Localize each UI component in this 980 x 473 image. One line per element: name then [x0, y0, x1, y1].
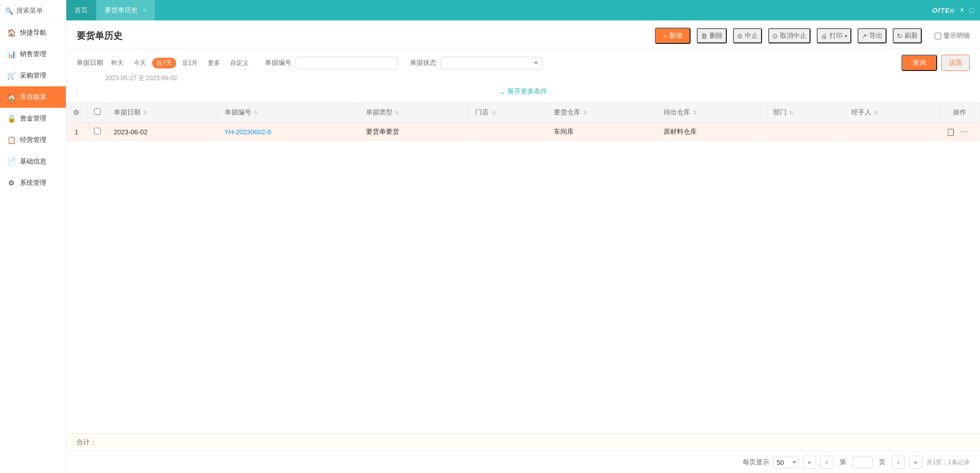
- sidebar-item-system[interactable]: ⚙ 系统管理: [0, 172, 66, 194]
- delete-label: 删除: [709, 31, 723, 40]
- sort-pending-warehouse-icon[interactable]: ⇅: [693, 110, 697, 115]
- first-page-btn[interactable]: «: [803, 456, 816, 469]
- stop-icon: ⊘: [737, 32, 743, 40]
- search-icon: 🔍: [5, 7, 13, 15]
- expand-more-btn[interactable]: ⌄ 展开更多条件: [77, 85, 970, 98]
- row-checkbox[interactable]: [94, 128, 101, 134]
- column-settings-icon[interactable]: ⚙: [73, 108, 80, 116]
- cancel-stop-button[interactable]: ⊙ 取消中止: [768, 28, 811, 43]
- th-order-no: 单据编号 ⇅: [218, 103, 359, 123]
- query-button[interactable]: 查询: [901, 55, 937, 71]
- td-actions: 📋 ⋯: [939, 123, 980, 141]
- settings-button[interactable]: 设置: [941, 55, 970, 71]
- tab-home-label: 首页: [75, 6, 88, 15]
- sidebar-item-basic-info[interactable]: 📄 基础信息: [0, 151, 66, 172]
- date-option-last7days[interactable]: 近7天: [152, 58, 176, 68]
- cancel-stop-icon: ⊙: [772, 32, 778, 40]
- filter-order-no-group: 单据编号: [265, 57, 398, 69]
- filter-date-range: 2023-05-27 至 2023-06-02: [105, 74, 177, 83]
- td-order-type: 要货单要货: [359, 123, 469, 141]
- sidebar-item-label: 库存核算: [20, 92, 46, 102]
- prev-page-btn[interactable]: ‹: [820, 456, 834, 469]
- filter-order-no-label: 单据编号: [265, 58, 291, 67]
- brand-label: OfTEn: [932, 7, 954, 14]
- total-label: 合计：: [77, 438, 96, 447]
- th-department: 部门 ⇅: [767, 103, 845, 123]
- filter-order-no-input[interactable]: [296, 57, 398, 69]
- td-department: [767, 123, 845, 141]
- sort-order-type-icon[interactable]: ⇅: [395, 110, 399, 115]
- date-option-yesterday[interactable]: 昨天: [107, 58, 128, 68]
- total-pages-info: 共1页，1条记录: [926, 458, 970, 467]
- refresh-button[interactable]: ↻ 刷新: [893, 28, 922, 43]
- print-button[interactable]: 🖨 打印 ▾: [817, 28, 851, 43]
- more-action-btn[interactable]: ⋯: [959, 127, 968, 137]
- table-row[interactable]: 1 2023-06-02 YH-20230602-0 要货单要货 车间库 原材料…: [66, 123, 980, 141]
- toolbar: + 新增 🗑 删除 ⊘ 中止 ⊙ 取消中止 🖨 打印: [655, 28, 970, 44]
- show-detail-checkbox[interactable]: 显示明细: [935, 31, 970, 40]
- select-all-checkbox[interactable]: [94, 108, 101, 115]
- export-button[interactable]: ↗ 导出: [857, 28, 887, 43]
- date-option-custom[interactable]: 自定义: [226, 58, 253, 68]
- sort-handler-icon[interactable]: ⇅: [874, 110, 878, 115]
- filter-status-select[interactable]: [440, 57, 543, 69]
- order-no-link[interactable]: YH-20230602-0: [225, 128, 272, 136]
- sidebar-item-operations[interactable]: 📋 经营管理: [0, 129, 66, 151]
- sidebar-item-label: 基础信息: [20, 157, 46, 166]
- th-checkbox: [87, 103, 107, 123]
- sort-store-icon[interactable]: ⇅: [492, 110, 496, 115]
- window-maximize-btn[interactable]: □: [970, 6, 974, 14]
- stop-button[interactable]: ⊘ 中止: [733, 28, 762, 43]
- main-area: 首页 要货单历史 × OfTEn × □ 要货单历史 + 新增 🗑: [66, 0, 980, 473]
- th-req-warehouse: 要货仓库 ⇅: [547, 103, 657, 123]
- chevron-down-icon: ⌄: [500, 88, 505, 96]
- sort-department-icon[interactable]: ⇅: [789, 110, 793, 115]
- table-header-row: ⚙ 单据日期 ⇅ 单据编号 ⇅: [66, 103, 980, 123]
- date-option-last1month[interactable]: 近1月: [178, 58, 202, 68]
- last-page-btn[interactable]: »: [909, 456, 922, 469]
- th-handler: 经手人 ⇅: [845, 103, 939, 123]
- th-handler-label: 经手人: [851, 108, 871, 116]
- filter-row-1: 单据日期 昨天 今天 近7天 近1月 更多 自定义 单据编号: [77, 55, 970, 71]
- sort-req-warehouse-icon[interactable]: ⇅: [583, 110, 587, 115]
- edit-action-btn[interactable]: 📋: [945, 127, 956, 137]
- th-order-type: 单据类型 ⇅: [359, 103, 469, 123]
- tab-home[interactable]: 首页: [66, 0, 96, 20]
- th-order-no-label: 单据编号: [225, 108, 251, 116]
- topbar-right: OfTEn × □: [932, 6, 980, 15]
- td-num: 1: [66, 123, 87, 141]
- th-date-label: 单据日期: [114, 108, 140, 116]
- page-size-select[interactable]: 20 50 100: [773, 457, 799, 468]
- tab-close-icon[interactable]: ×: [143, 7, 146, 13]
- sidebar-search[interactable]: 🔍 搜索菜单: [0, 0, 66, 22]
- sales-icon: 📊: [7, 50, 16, 59]
- th-actions-label: 操作: [953, 108, 966, 116]
- page-label: 第: [840, 458, 846, 467]
- sidebar-item-inventory[interactable]: 🏠 库存核算: [0, 86, 66, 108]
- sidebar-item-purchase[interactable]: 🛒 采购管理: [0, 65, 66, 86]
- th-req-warehouse-label: 要货仓库: [554, 108, 580, 116]
- tab-order-history[interactable]: 要货单历史 ×: [96, 0, 155, 20]
- show-detail-input[interactable]: [935, 33, 941, 39]
- new-button[interactable]: + 新增: [655, 28, 691, 44]
- date-option-today[interactable]: 今天: [130, 58, 150, 68]
- td-order-no: YH-20230602-0: [218, 123, 359, 141]
- filter-date-label: 单据日期: [77, 58, 103, 67]
- inventory-icon: 🏠: [7, 92, 16, 102]
- next-page-btn[interactable]: ›: [892, 456, 905, 469]
- current-page-input[interactable]: 1: [852, 457, 873, 468]
- export-label: 导出: [869, 31, 883, 40]
- sort-order-no-icon[interactable]: ⇅: [254, 110, 258, 115]
- sort-date-icon[interactable]: ⇅: [143, 110, 147, 115]
- sidebar-item-sales[interactable]: 📊 销售管理: [0, 43, 66, 65]
- refresh-icon: ↻: [897, 32, 902, 40]
- sidebar-item-finance[interactable]: 🔒 资金管理: [0, 108, 66, 129]
- window-close-btn[interactable]: ×: [960, 6, 964, 15]
- action-btns: 📋 ⋯: [945, 127, 973, 137]
- table-footer: 合计：: [66, 433, 980, 451]
- date-option-more[interactable]: 更多: [204, 58, 224, 68]
- delete-button[interactable]: 🗑 删除: [697, 28, 727, 43]
- expand-more-label: 展开更多条件: [507, 87, 547, 96]
- sidebar-item-quick-nav[interactable]: 🏠 快捷导航: [0, 22, 66, 43]
- new-label: 新增: [669, 31, 682, 40]
